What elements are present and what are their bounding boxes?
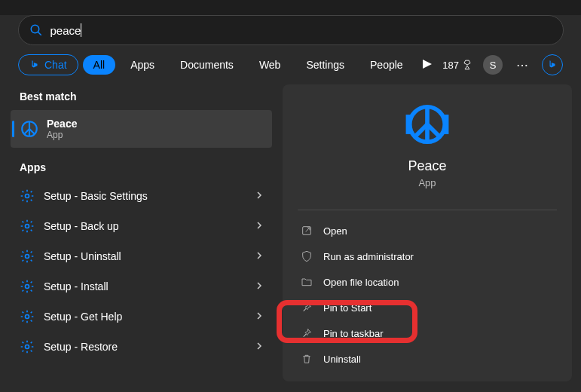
app-result-item[interactable]: Setup - Back up: [9, 211, 274, 241]
svg-point-8: [26, 255, 29, 259]
apps-header: Apps: [9, 155, 274, 181]
svg-point-9: [26, 285, 29, 289]
gear-icon: [20, 279, 35, 294]
shield-icon: [301, 250, 313, 262]
app-result-item[interactable]: Setup - Basic Settings: [9, 181, 274, 211]
bing-logo-icon: [547, 60, 558, 70]
chat-label: Chat: [44, 59, 67, 71]
pin-icon: [301, 302, 313, 314]
chevron-right-icon: [255, 251, 263, 262]
svg-point-11: [26, 345, 29, 349]
results-area: Best match Peace App Apps Setup - B: [0, 84, 581, 381]
settings-pill[interactable]: Settings: [295, 55, 355, 75]
chevron-right-icon: [255, 341, 263, 352]
chevron-right-icon: [255, 281, 263, 292]
app-label: Setup - Basic Settings: [44, 190, 246, 202]
best-match-item[interactable]: Peace App: [11, 110, 272, 148]
open-label: Open: [323, 225, 347, 237]
gear-icon: [20, 309, 35, 324]
people-label: People: [370, 59, 403, 71]
chat-pill[interactable]: Chat: [18, 54, 78, 75]
pin-start-label: Pin to Start: [323, 302, 372, 314]
app-label: Setup - Get Help: [44, 311, 246, 323]
detail-app-icon: [283, 101, 572, 148]
detail-type: App: [283, 177, 572, 188]
documents-pill[interactable]: Documents: [170, 55, 244, 75]
people-pill[interactable]: People: [359, 55, 414, 75]
app-result-item[interactable]: Setup - Get Help: [9, 302, 274, 332]
peace-icon: [20, 119, 39, 139]
pin-taskbar-label: Pin to taskbar: [323, 328, 384, 339]
gear-icon: [20, 219, 35, 234]
search-bar[interactable]: peace: [18, 15, 564, 45]
web-label: Web: [259, 59, 281, 71]
medal-icon: [462, 60, 472, 70]
rewards-points[interactable]: 187: [442, 60, 472, 71]
all-pill[interactable]: All: [83, 55, 116, 75]
points-value: 187: [442, 60, 459, 71]
chevron-right-icon: [255, 311, 263, 322]
best-match-name: Peace: [47, 118, 77, 130]
best-match-type: App: [47, 130, 77, 140]
folder-icon: [301, 276, 313, 288]
app-label: Setup - Uninstall: [44, 250, 246, 262]
documents-label: Documents: [180, 59, 234, 71]
app-label: Setup - Install: [44, 280, 246, 292]
gear-icon: [20, 339, 35, 354]
bing-chat-button[interactable]: [542, 54, 563, 75]
gear-icon: [20, 249, 35, 264]
chevron-right-icon: [255, 191, 263, 201]
best-match-header: Best match: [9, 84, 274, 110]
run-admin-label: Run as administrator: [323, 251, 414, 262]
app-result-item[interactable]: Setup - Restore: [9, 332, 274, 362]
search-window: { "search": { "value": "peace" }, "filte…: [0, 15, 581, 392]
avatar-initial: S: [490, 60, 497, 71]
uninstall-label: Uninstall: [323, 354, 361, 365]
detail-panel: Peace App Open Run as administrator Open…: [283, 84, 572, 381]
svg-rect-17: [444, 115, 448, 134]
web-pill[interactable]: Web: [249, 55, 292, 75]
open-location-label: Open file location: [323, 277, 399, 288]
open-action[interactable]: Open: [283, 218, 572, 243]
bing-icon: [29, 60, 40, 70]
run-admin-action[interactable]: Run as administrator: [283, 243, 572, 269]
svg-point-6: [26, 194, 29, 198]
open-location-action[interactable]: Open file location: [283, 269, 572, 295]
apps-pill[interactable]: Apps: [120, 55, 165, 75]
trash-icon: [301, 353, 313, 365]
svg-rect-16: [406, 115, 411, 134]
pin-start-action[interactable]: Pin to Start: [283, 295, 572, 320]
app-result-item[interactable]: Setup - Install: [9, 271, 274, 302]
app-result-item[interactable]: Setup - Uninstall: [9, 241, 274, 271]
pin-taskbar-action[interactable]: Pin to taskbar: [283, 320, 572, 346]
more-icon[interactable]: ⋯: [513, 58, 531, 72]
all-label: All: [93, 59, 105, 71]
app-label: Setup - Restore: [44, 341, 246, 353]
user-avatar[interactable]: S: [483, 55, 503, 75]
svg-point-10: [26, 315, 29, 319]
uninstall-action[interactable]: Uninstall: [283, 346, 572, 372]
open-icon: [301, 225, 313, 237]
settings-label: Settings: [306, 59, 344, 71]
peace-icon-large: [404, 101, 451, 148]
results-list: Best match Peace App Apps Setup - B: [9, 84, 274, 381]
more-filters-icon[interactable]: [423, 58, 432, 72]
app-label: Setup - Back up: [44, 220, 246, 232]
filter-row: Chat All Apps Documents Web Settings Peo…: [0, 54, 581, 84]
pin-icon: [301, 327, 313, 339]
gear-icon: [20, 188, 35, 204]
detail-name: Peace: [283, 158, 572, 174]
svg-point-7: [26, 225, 29, 228]
chevron-right-icon: [255, 221, 263, 231]
apps-label: Apps: [130, 59, 154, 71]
selection-accent: [12, 121, 14, 137]
